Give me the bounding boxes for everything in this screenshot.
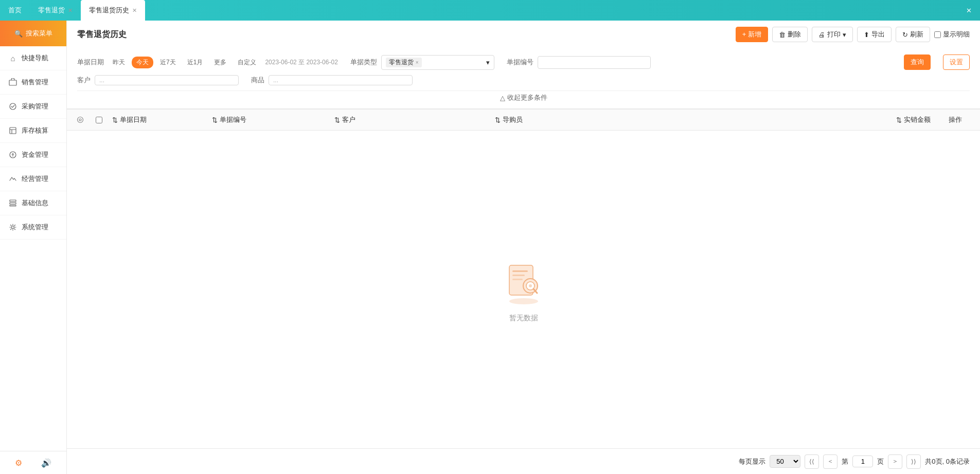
svg-point-18	[529, 284, 532, 287]
show-detail-checkbox[interactable]	[934, 31, 941, 38]
svg-point-9	[79, 119, 81, 121]
sidebar-item-finance[interactable]: 资金管理	[0, 143, 66, 167]
sidebar-item-quicknav[interactable]: ⌂ 快捷导航	[0, 46, 66, 70]
table-body: 暂无数据	[67, 131, 980, 448]
purchase-icon	[8, 102, 17, 111]
query-button[interactable]: 查询	[904, 54, 931, 70]
empty-illustration	[498, 256, 549, 307]
goods-input-btn[interactable]: ...	[269, 75, 413, 85]
sidebar-item-finance-label: 资金管理	[22, 150, 48, 159]
settings-button[interactable]: ⚙	[15, 458, 22, 468]
tab-retail-return-history-close[interactable]: ✕	[132, 7, 137, 14]
sidebar-item-basicinfo[interactable]: 基础信息	[0, 191, 66, 215]
show-detail-label: 显示明细	[943, 30, 970, 39]
tab-retail-return-history-label: 零售退货历史	[89, 6, 129, 15]
sidebar-item-sysmanage-label: 系统管理	[22, 223, 48, 232]
bill-type-select[interactable]: 零售退货 × ▾	[381, 55, 494, 70]
page-size-select[interactable]: 10 20 50 100	[770, 455, 800, 468]
page-number-input[interactable]	[852, 455, 873, 467]
export-label: 导出	[871, 30, 885, 39]
show-detail-checkbox-label[interactable]: 显示明细	[934, 30, 970, 39]
print-label: 打印	[827, 30, 841, 39]
tab-retail-return[interactable]: 零售退货 ✕	[30, 0, 81, 21]
print-dropdown-icon: ▾	[843, 31, 846, 39]
collapse-button[interactable]: △ 收起更多条件	[77, 90, 970, 104]
svg-rect-6	[10, 205, 16, 206]
bill-type-dropdown-icon: ▾	[486, 59, 490, 66]
page-next-button[interactable]: ＞	[888, 454, 902, 469]
export-button[interactable]: ⬆ 导出	[857, 27, 892, 42]
page-prev-button[interactable]: ＜	[823, 454, 838, 469]
settings-filter-button[interactable]: 设置	[943, 54, 970, 70]
date-btn-1month[interactable]: 近1月	[183, 57, 208, 68]
basicinfo-icon	[8, 198, 17, 208]
delete-button[interactable]: 🗑 删除	[772, 27, 808, 42]
svg-point-1	[10, 103, 16, 110]
sidebar-nav: ⌂ 快捷导航 销售管理 采购管理	[0, 46, 66, 451]
finance-icon	[8, 150, 17, 159]
date-filter-buttons: 昨天 今天 近7天 近1月 更多 自定义	[108, 57, 261, 68]
date-btn-7days[interactable]: 近7天	[155, 57, 181, 68]
bill-no-input[interactable]	[538, 56, 651, 69]
sidebar-item-operations[interactable]: 经营管理	[0, 167, 66, 191]
th-guide[interactable]: ⇅ 导购员	[491, 115, 613, 124]
page-label: 第	[842, 457, 848, 466]
print-icon: 🖨	[818, 31, 825, 39]
svg-rect-5	[10, 203, 16, 204]
date-btn-yesterday[interactable]: 昨天	[108, 57, 130, 68]
th-action-label: 操作	[949, 115, 962, 124]
th-checkbox[interactable]	[90, 117, 108, 123]
svg-rect-13	[512, 275, 525, 276]
th-date[interactable]: ⇅ 单据日期	[108, 115, 208, 124]
filter-row-1: 单据日期 昨天 今天 近7天 近1月 更多 自定义 2023-06-02 至 2…	[77, 54, 970, 70]
date-btn-custom[interactable]: 自定义	[233, 57, 261, 68]
top-bar-close[interactable]: ✕	[966, 7, 980, 14]
svg-rect-4	[10, 200, 16, 202]
sidebar: 🔍 搜索菜单 ⌂ 快捷导航 销售管理	[0, 21, 67, 474]
th-settings[interactable]	[71, 116, 90, 123]
goods-label: 商品	[251, 76, 264, 85]
th-customer[interactable]: ⇅ 客户	[330, 115, 491, 124]
refresh-icon: ↻	[902, 31, 908, 39]
th-amount[interactable]: ⇅ 实销金额	[850, 115, 935, 124]
refresh-button[interactable]: ↻ 刷新	[896, 27, 930, 42]
date-btn-today[interactable]: 今天	[132, 57, 153, 68]
th-guide-icon: ⇅	[495, 116, 501, 124]
page-first-button[interactable]: ⟨⟨	[805, 454, 819, 469]
sales-icon	[8, 78, 17, 87]
tab-retail-return-close[interactable]: ✕	[68, 7, 73, 14]
tab-home[interactable]: 首页	[0, 0, 30, 21]
th-date-icon: ⇅	[112, 116, 118, 124]
th-billno[interactable]: ⇅ 单据编号	[208, 115, 330, 124]
print-button[interactable]: 🖨 打印 ▾	[812, 27, 853, 42]
page-header: 零售退货历史 + 新增 🗑 删除 🖨 打印 ▾ ⬆ 导出	[67, 21, 980, 109]
bill-type-tag-close[interactable]: ×	[416, 60, 419, 65]
th-billno-icon: ⇅	[212, 116, 218, 124]
main-layout: 🔍 搜索菜单 ⌂ 快捷导航 销售管理	[0, 21, 980, 474]
th-billno-label: 单据编号	[220, 115, 246, 124]
sidebar-item-sysmanage[interactable]: 系统管理	[0, 215, 66, 240]
sidebar-search[interactable]: 🔍 搜索菜单	[0, 21, 66, 46]
th-customer-label: 客户	[342, 115, 355, 124]
customer-input-btn[interactable]: ...	[95, 75, 239, 85]
sidebar-item-sales[interactable]: 销售管理	[0, 70, 66, 95]
sidebar-item-inventory[interactable]: 库存核算	[0, 119, 66, 143]
collapse-label: 收起更多条件	[507, 93, 547, 102]
svg-rect-14	[512, 279, 523, 280]
sysmanage-icon	[8, 223, 17, 232]
th-amount-label: 实销金额	[904, 115, 931, 124]
sidebar-item-purchase[interactable]: 采购管理	[0, 95, 66, 119]
filter-area: 单据日期 昨天 今天 近7天 近1月 更多 自定义 2023-06-02 至 2…	[77, 48, 970, 108]
page-last-button[interactable]: ⟩⟩	[906, 454, 921, 469]
svg-rect-0	[9, 80, 16, 85]
select-all-checkbox[interactable]	[96, 117, 102, 123]
new-button[interactable]: + 新增	[736, 27, 768, 42]
tab-home-label: 首页	[8, 6, 22, 15]
audio-button[interactable]: 🔊	[41, 458, 51, 468]
collapse-icon: △	[500, 94, 505, 102]
date-btn-more[interactable]: 更多	[209, 57, 231, 68]
bill-type-label: 单据类型	[350, 58, 377, 67]
date-filter-label: 单据日期	[77, 58, 104, 67]
export-icon: ⬆	[864, 31, 869, 39]
tab-retail-return-history[interactable]: 零售退货历史 ✕	[81, 0, 145, 21]
